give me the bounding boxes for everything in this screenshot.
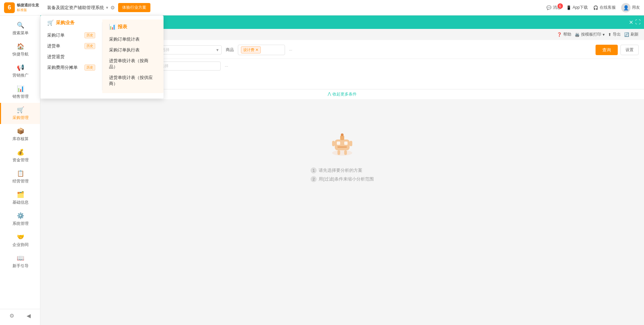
sales-icon: 📊 [17, 85, 24, 92]
svg-rect-7 [332, 141, 335, 146]
system-title: 装备及固定资产辅助管理系统 ▾ ⚙ [47, 5, 115, 11]
salesperson-input[interactable]: 请选择 [153, 62, 221, 71]
menu-col-title-reports: 📊 报表 [109, 24, 157, 30]
hist-badge-purchase-order: 历史 [84, 32, 95, 38]
menu-item-incoming[interactable]: 进货单 历史 [47, 41, 95, 51]
svg-rect-4 [337, 146, 347, 148]
system-title-text: 装备及固定资产辅助管理系统 [47, 5, 104, 11]
svg-rect-3 [344, 141, 348, 145]
phone-icon: 📱 [566, 5, 571, 10]
voucher-status-dropdown-icon: ▾ [216, 47, 219, 52]
menu-item-incoming-stats-goods[interactable]: 进货单统计表（按商品） [109, 55, 157, 72]
sidebar-item-purchase[interactable]: 🛒 采购管理 [0, 103, 40, 124]
menu-col-purchase-business: 🛒 采购业务 采购订单 历史 进货单 历史 进货退货 采购费用分摊单 历史 [40, 19, 102, 93]
menu-item-purchase-order[interactable]: 采购订单 历史 [47, 30, 95, 41]
empty-illustration [325, 126, 359, 161]
finance-icon: 💰 [17, 149, 24, 156]
industry-button[interactable]: 体验行业方案 [118, 3, 150, 12]
tab-close-window-icon[interactable]: ✕ [629, 19, 633, 26]
menu-item-expense-alloc[interactable]: 采购费用分摊单 历史 [47, 62, 95, 73]
headset-icon: 🎧 [593, 5, 598, 10]
empty-hint-2: 2 用[过滤]条件来缩小分析范围 [311, 175, 373, 184]
sidebar-item-sales[interactable]: 📊 销售管理 [0, 82, 40, 103]
help-button[interactable]: ❓ 帮助 [557, 32, 571, 37]
svg-rect-2 [337, 141, 340, 145]
sidebar-collapse-button[interactable]: ◀ [27, 313, 31, 319]
notifications-button[interactable]: 💬 消息 6 [546, 5, 561, 10]
goods-input[interactable]: 设计费 ✕ [238, 45, 285, 55]
newbie-icon: 📖 [17, 254, 24, 262]
search-icon: 🔍 [17, 22, 24, 29]
menu-item-incoming-stats-supplier[interactable]: 进货单统计表（按供应商） [109, 72, 157, 89]
menu-item-order-exec[interactable]: 采购订单执行表 [109, 45, 157, 55]
logo-icon: 6 [4, 2, 15, 13]
export-button[interactable]: ⬆ 导出 [608, 32, 621, 37]
system-icon: ⚙️ [17, 212, 24, 219]
export-icon: ⬆ [608, 32, 611, 37]
sidebar-item-marketing[interactable]: 📢 营销推广 [0, 60, 40, 82]
svg-rect-5 [340, 135, 344, 140]
operations-icon: 📋 [17, 170, 24, 177]
logo-area: 6 畅捷通好生意 标准版 [4, 2, 44, 13]
sidebar-item-base-info[interactable]: 🗂️ 基础信息 [0, 188, 40, 209]
refresh-icon: 🔄 [624, 32, 629, 37]
tab-expand-icon[interactable]: ⛶ [635, 19, 641, 25]
hist-badge-incoming: 历史 [84, 43, 95, 49]
menu-columns: 🛒 采购业务 采购订单 历史 进货单 历史 进货退货 采购费用分摊单 历史 📊 [40, 19, 164, 93]
home-icon: 🏠 [17, 43, 24, 50]
menu-item-return-goods[interactable]: 进货退货 [47, 51, 95, 62]
svg-rect-8 [350, 141, 352, 146]
empty-state: 1 请先选择要分析的方案 2 用[过滤]条件来缩小分析范围 [40, 99, 644, 210]
app-download-button[interactable]: 📱 App下载 [566, 5, 588, 10]
topbar-right: 💬 消息 6 📱 App下载 🎧 在线客服 👤 用友 [546, 3, 640, 12]
sidebar-item-newbie[interactable]: 📖 新手引导 [0, 251, 40, 272]
voucher-status-select[interactable]: 请选择 ▾ [154, 45, 222, 54]
goods-label: 商品 [226, 47, 234, 53]
enterprise-icon: 🤝 [17, 233, 24, 241]
sidebar: 🔍 搜索菜单 🏠 快捷导航 📢 营销推广 📊 销售管理 🛒 采购管理 📦 库存核… [0, 15, 40, 325]
user-avatar: 👤 [621, 3, 631, 12]
sidebar-item-inventory[interactable]: 📦 库存核算 [0, 124, 40, 145]
tab-bar-right: ✕ ⛶ [629, 19, 644, 26]
action-buttons: 查询 设置 [596, 45, 639, 55]
menu-col-title-purchase: 🛒 采购业务 [47, 19, 95, 26]
svg-point-0 [332, 150, 352, 156]
user-menu-button[interactable]: 👤 用友 [621, 3, 640, 12]
svg-rect-10 [344, 150, 347, 155]
sidebar-item-search[interactable]: 🔍 搜索菜单 [0, 18, 40, 39]
empty-hint: 1 请先选择要分析的方案 2 用[过滤]条件来缩小分析范围 [311, 166, 373, 184]
logo-text: 畅捷通好生意 标准版 [17, 3, 39, 12]
marketing-icon: 📢 [17, 64, 24, 71]
dropdown-arrow-icon[interactable]: ▾ [106, 5, 108, 10]
hist-badge-expense: 历史 [84, 65, 95, 71]
topbar: 6 畅捷通好生意 标准版 装备及固定资产辅助管理系统 ▾ ⚙ 体验行业方案 💬 … [0, 0, 644, 15]
reports-menu-icon: 📊 [109, 24, 116, 30]
sidebar-bottom: ⚙ ◀ [0, 309, 40, 322]
notification-badge: 6 [558, 3, 563, 9]
message-icon: 💬 [546, 5, 551, 10]
sidebar-item-quick-nav[interactable]: 🏠 快捷导航 [0, 39, 40, 60]
settings-gear-icon[interactable]: ⚙ [110, 5, 115, 11]
collapse-icon: ⋀ [328, 91, 331, 97]
inventory-icon: 📦 [17, 127, 24, 135]
refresh-button[interactable]: 🔄 刷新 [624, 32, 639, 37]
sidebar-item-enterprise[interactable]: 🤝 企业协同 [0, 230, 40, 251]
print-button[interactable]: 🖨️ 按模板打印 ▾ [575, 32, 605, 37]
goods-tag: 设计费 ✕ [241, 46, 261, 53]
goods-more-button[interactable]: ··· [289, 48, 292, 52]
query-button[interactable]: 查询 [596, 45, 618, 55]
purchase-icon: 🛒 [17, 106, 24, 114]
online-service-button[interactable]: 🎧 在线客服 [593, 5, 616, 10]
sidebar-settings-button[interactable]: ⚙ [9, 313, 14, 319]
svg-rect-1 [335, 139, 350, 150]
goods-tag-remove-icon[interactable]: ✕ [255, 48, 258, 52]
print-icon: 🖨️ [575, 32, 580, 37]
menu-item-order-stats[interactable]: 采购订单统计表 [109, 34, 157, 45]
sidebar-item-finance[interactable]: 💰 资金管理 [0, 145, 40, 166]
sidebar-item-system[interactable]: ⚙️ 系统管理 [0, 209, 40, 230]
settings-button[interactable]: 设置 [620, 45, 639, 55]
svg-rect-6 [341, 133, 344, 136]
print-dropdown-icon[interactable]: ▾ [603, 32, 605, 37]
salesperson-more-button[interactable]: ··· [225, 64, 228, 69]
sidebar-item-operations[interactable]: 📋 经营管理 [0, 166, 40, 188]
